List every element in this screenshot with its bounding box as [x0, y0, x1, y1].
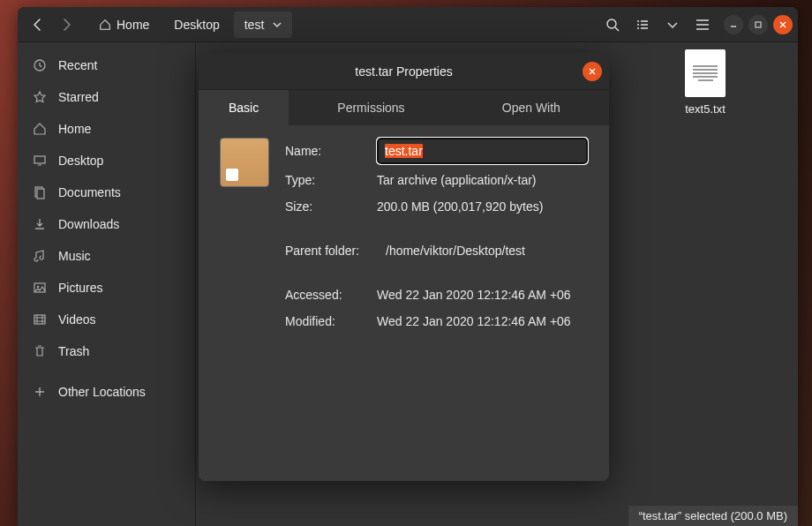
documents-icon: [32, 185, 48, 199]
sidebar-item-label: Videos: [58, 312, 96, 327]
clock-icon: [32, 58, 48, 72]
pictures-icon: [32, 281, 48, 295]
plus-icon: [32, 386, 48, 398]
dialog-tabs: Basic Permissions Open With: [199, 90, 609, 125]
sidebar: Recent Starred Home Desktop Documents Do…: [18, 42, 196, 526]
file-item[interactable]: text5.txt: [671, 49, 740, 116]
sidebar-item-documents[interactable]: Documents: [18, 177, 195, 208]
sidebar-item-downloads[interactable]: Downloads: [18, 208, 195, 240]
sidebar-item-label: Pictures: [58, 281, 103, 295]
svg-rect-8: [34, 315, 45, 324]
svg-rect-1: [756, 22, 761, 27]
size-label: Size:: [285, 199, 365, 214]
tab-permissions[interactable]: Permissions: [307, 90, 434, 125]
accessed-label: Accessed:: [285, 288, 365, 302]
sidebar-item-music[interactable]: Music: [18, 240, 195, 272]
sidebar-item-desktop[interactable]: Desktop: [18, 145, 195, 177]
sidebar-item-trash[interactable]: Trash: [18, 335, 195, 367]
file-type-icon: [220, 138, 269, 187]
music-icon: [32, 249, 48, 263]
size-value: 200.0 MB (200,017,920 bytes): [377, 199, 543, 214]
status-bar: “test.tar” selected (200.0 MB): [628, 506, 798, 526]
sidebar-item-label: Other Locations: [58, 385, 146, 399]
file-name: text5.txt: [685, 102, 726, 116]
sidebar-item-pictures[interactable]: Pictures: [18, 272, 195, 304]
sidebar-item-recent[interactable]: Recent: [18, 49, 195, 81]
sidebar-item-label: Starred: [58, 90, 99, 104]
sidebar-item-label: Music: [58, 249, 91, 263]
properties-dialog: test.tar Properties Basic Permissions Op…: [199, 53, 609, 481]
view-options-button[interactable]: [658, 11, 687, 38]
window-maximize-button[interactable]: [748, 15, 768, 34]
name-label: Name:: [285, 144, 365, 158]
sidebar-item-home[interactable]: Home: [18, 113, 195, 145]
dialog-close-button[interactable]: [583, 62, 602, 81]
breadcrumb: Home Desktop test: [88, 11, 292, 38]
text-file-icon: [685, 49, 726, 97]
svg-point-0: [607, 19, 616, 28]
sidebar-item-label: Downloads: [58, 217, 119, 231]
breadcrumb-label: Desktop: [174, 18, 219, 32]
svg-rect-3: [34, 156, 45, 163]
svg-point-7: [37, 286, 39, 288]
parent-folder-value: /home/viktor/Desktop/test: [386, 244, 525, 258]
sidebar-item-other-locations[interactable]: Other Locations: [18, 376, 195, 408]
sidebar-item-label: Home: [58, 122, 91, 136]
sidebar-item-videos[interactable]: Videos: [18, 304, 195, 335]
headerbar: Home Desktop test: [18, 7, 798, 42]
type-label: Type:: [285, 173, 365, 187]
breadcrumb-test[interactable]: test: [234, 11, 293, 38]
star-icon: [32, 90, 48, 104]
svg-rect-5: [37, 189, 44, 199]
dialog-title: test.tar Properties: [355, 64, 453, 79]
dialog-header: test.tar Properties: [199, 53, 609, 90]
window-minimize-button[interactable]: [724, 15, 743, 34]
accessed-value: Wed 22 Jan 2020 12:12:46 AM +06: [377, 288, 571, 302]
sidebar-item-starred[interactable]: Starred: [18, 81, 195, 113]
sidebar-item-label: Trash: [58, 344, 89, 358]
window-close-button[interactable]: [773, 15, 793, 34]
modified-label: Modified:: [285, 314, 365, 328]
view-list-button[interactable]: [628, 11, 657, 38]
sidebar-item-label: Desktop: [58, 154, 103, 168]
hamburger-menu-button[interactable]: [688, 11, 717, 38]
modified-value: Wed 22 Jan 2020 12:12:46 AM +06: [377, 314, 571, 328]
parent-folder-label: Parent folder:: [285, 244, 373, 258]
sidebar-item-label: Recent: [58, 58, 97, 72]
breadcrumb-label: Home: [117, 18, 149, 32]
home-icon: [32, 122, 48, 136]
breadcrumb-home[interactable]: Home: [88, 11, 160, 38]
tab-open-with[interactable]: Open With: [472, 90, 590, 125]
forward-button[interactable]: [53, 11, 81, 38]
name-input[interactable]: [377, 138, 588, 164]
dialog-body: Name: Type: Tar archive (application/x-t…: [199, 125, 609, 481]
trash-icon: [32, 344, 48, 358]
search-button[interactable]: [598, 11, 627, 38]
download-icon: [32, 217, 48, 231]
desktop-icon: [32, 154, 48, 168]
type-value: Tar archive (application/x-tar): [377, 173, 537, 187]
breadcrumb-label: test: [244, 18, 265, 32]
close-icon: [588, 67, 597, 76]
tab-basic[interactable]: Basic: [199, 90, 289, 126]
sidebar-item-label: Documents: [58, 185, 121, 199]
back-button[interactable]: [23, 11, 51, 38]
breadcrumb-desktop[interactable]: Desktop: [163, 11, 229, 38]
videos-icon: [32, 312, 48, 327]
